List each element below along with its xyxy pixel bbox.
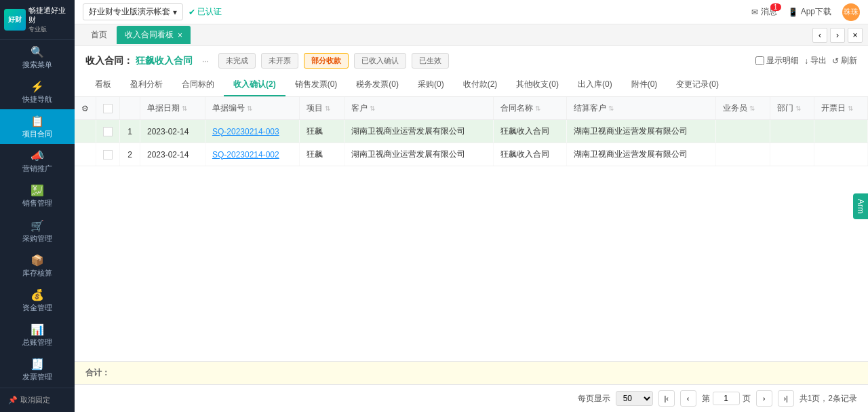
sidebar-item-accounting[interactable]: 📊 总账管理 <box>0 318 75 352</box>
sidebar-item-invoice[interactable]: 🧾 发票管理 <box>0 352 75 387</box>
row-settle-customer: 湖南卫视商业运营发展有限公司 <box>567 120 716 143</box>
table-row[interactable]: 2 2023-02-14 SQ-20230214-002 狂飙 湖南卫视商业运营… <box>75 143 868 166</box>
status-confirmed-button[interactable]: 已收入确认 <box>354 53 406 69</box>
table-row[interactable]: 1 2023-02-14 SQ-20230214-003 狂飙 湖南卫视商业运营… <box>75 120 868 143</box>
content-area: 收入合同： 狂飙收入合同 ··· 未完成 未开票 部分收款 已收入确认 已生效 … <box>75 46 868 412</box>
tab-close-all-button[interactable]: × <box>848 28 863 43</box>
select-all-header[interactable] <box>96 97 120 120</box>
project-column-header[interactable]: 项目⇅ <box>300 97 344 120</box>
sidebar-item-search[interactable]: 🔍 搜索菜单 <box>0 40 75 75</box>
show-detail-checkbox[interactable]: 显示明细 <box>755 55 799 67</box>
subtab-other[interactable]: 其他收支(0) <box>507 74 568 96</box>
sort-icon: ⇅ <box>535 105 540 112</box>
subtab-profit[interactable]: 盈利分析 <box>121 74 172 96</box>
select-all-checkbox[interactable] <box>103 104 113 113</box>
row-checkbox[interactable] <box>103 127 113 136</box>
sidebar-item-label: 搜索菜单 <box>22 60 52 69</box>
settings-column-header[interactable]: ⚙ <box>75 97 96 120</box>
tab-prev-button[interactable]: ‹ <box>812 28 827 43</box>
tab-navigation: ‹ › × <box>812 28 868 43</box>
user-avatar[interactable]: 珠珠 <box>842 3 860 21</box>
prev-page-button[interactable]: ‹ <box>680 390 696 407</box>
data-table: ⚙ 单据日期⇅ 单据编号⇅ 项目⇅ 客户⇅ 合同名称⇅ 结算客户⇅ 业务员⇅ 部… <box>75 97 868 166</box>
status-uninvoiced-button[interactable]: 未开票 <box>261 53 298 69</box>
app-download-button[interactable]: 📱 App下载 <box>788 6 831 18</box>
row-checkbox[interactable] <box>103 150 113 160</box>
contract-header: 收入合同： 狂飙收入合同 ··· 未完成 未开票 部分收款 已收入确认 已生效 … <box>75 46 868 69</box>
unpin-button[interactable]: 📌 取消固定 <box>5 392 69 408</box>
date-column-header[interactable]: 单据日期⇅ <box>140 97 205 120</box>
sort-icon: ⇅ <box>325 105 330 112</box>
row-checkbox-cell[interactable] <box>96 143 120 166</box>
row-num-header <box>120 97 140 120</box>
home-tab[interactable]: 首页 <box>83 25 115 45</box>
subtab-subject[interactable]: 合同标的 <box>172 74 224 96</box>
purchase-icon: 🛒 <box>31 219 44 232</box>
contract-column-header[interactable]: 合同名称⇅ <box>493 97 566 120</box>
tab-next-button[interactable]: › <box>830 28 845 43</box>
orderno-column-header[interactable]: 单据编号⇅ <box>205 97 299 120</box>
subtab-tax-invoice[interactable]: 税务发票(0) <box>347 74 408 96</box>
sidebar-item-contracts[interactable]: 📋 项目合同 <box>0 109 75 144</box>
header-actions: 显示明细 ↓ 导出 ↺ 刷新 <box>755 55 857 67</box>
row-project: 狂飙 <box>300 143 344 166</box>
page-number-input[interactable] <box>713 392 740 405</box>
more-button[interactable]: ··· <box>198 55 213 67</box>
float-arm-button[interactable]: Arm <box>853 193 868 219</box>
dept-column-header[interactable]: 部门⇅ <box>770 97 814 120</box>
subtab-purchase[interactable]: 采购(0) <box>408 74 454 96</box>
subtab-changes[interactable]: 变更记录(0) <box>667 74 728 96</box>
row-num: 1 <box>120 120 140 143</box>
row-orderno[interactable]: SQ-20230214-003 <box>205 120 299 143</box>
topbar-right: ✉ 消息 1 📱 App下载 珠珠 <box>751 3 860 21</box>
settle-customer-column-header[interactable]: 结算客户⇅ <box>567 97 716 120</box>
detail-checkbox-input[interactable] <box>755 56 764 65</box>
export-button[interactable]: ↓ 导出 <box>804 55 827 67</box>
contracts-icon: 📋 <box>31 115 44 128</box>
company-selector[interactable]: 好业财专业版演示帐套 ▾ <box>83 3 183 20</box>
row-contract: 狂飙收入合同 <box>493 143 566 166</box>
subtab-sales-invoice[interactable]: 销售发票(0) <box>285 74 347 96</box>
sidebar-item-purchase[interactable]: 🛒 采购管理 <box>0 214 75 248</box>
row-orderno[interactable]: SQ-20230214-002 <box>205 143 299 166</box>
row-date: 2023-02-14 <box>140 143 205 166</box>
table-area: ⚙ 单据日期⇅ 单据编号⇅ 项目⇅ 客户⇅ 合同名称⇅ 结算客户⇅ 业务员⇅ 部… <box>75 97 868 361</box>
subtab-attachments[interactable]: 附件(0) <box>622 74 667 96</box>
sidebar-item-label: 发票管理 <box>22 373 52 381</box>
active-tab[interactable]: 收入合同看板 × <box>117 26 191 44</box>
sidebar-item-inventory[interactable]: 📦 库存核算 <box>0 248 75 283</box>
sidebar-item-sales[interactable]: 💹 销售管理 <box>0 179 75 213</box>
status-incomplete-button[interactable]: 未完成 <box>218 53 256 69</box>
customer-column-header[interactable]: 客户⇅ <box>344 97 493 120</box>
subtab-revenue-confirm[interactable]: 收入确认(2) <box>224 74 285 96</box>
page-size-select[interactable]: 50 100 200 <box>616 391 653 406</box>
status-partial-button[interactable]: 部分收款 <box>304 53 349 69</box>
last-page-button[interactable]: ›| <box>778 390 794 407</box>
subtab-kanban[interactable]: 看板 <box>85 74 121 96</box>
subtab-inout[interactable]: 出入库(0) <box>568 74 622 96</box>
invoice-icon: 🧾 <box>31 358 44 371</box>
refresh-button[interactable]: ↺ 刷新 <box>832 55 857 67</box>
row-salesperson <box>716 120 770 143</box>
sidebar-item-label: 采购管理 <box>22 234 52 243</box>
next-page-button[interactable]: › <box>756 390 772 407</box>
salesperson-column-header[interactable]: 业务员⇅ <box>716 97 770 120</box>
row-project: 狂飙 <box>300 120 344 143</box>
sidebar-item-capital[interactable]: 💰 资金管理 <box>0 283 75 318</box>
verified-label: 已认证 <box>197 6 222 18</box>
invoicedate-column-header[interactable]: 开票日⇅ <box>814 97 867 120</box>
message-button[interactable]: ✉ 消息 1 <box>751 6 777 18</box>
verified-badge: ✔ 已认证 <box>189 6 222 18</box>
status-active-button[interactable]: 已生效 <box>412 53 449 69</box>
sidebar-item-marketing[interactable]: 📣 营销推广 <box>0 144 75 179</box>
contract-prefix: 收入合同： 狂飙收入合同 <box>85 55 193 67</box>
row-contract: 狂飙收入合同 <box>493 120 566 143</box>
tab-close-button[interactable]: × <box>178 31 182 40</box>
subtab-payment[interactable]: 收付款(2) <box>454 74 507 96</box>
first-page-button[interactable]: |‹ <box>658 390 675 407</box>
row-invoice-date <box>814 120 867 143</box>
row-checkbox-cell[interactable] <box>96 120 120 143</box>
page-prefix: 第 <box>702 393 710 405</box>
accounting-icon: 📊 <box>31 323 44 336</box>
sidebar-item-quicknav[interactable]: ⚡ 快捷导航 <box>0 75 75 109</box>
